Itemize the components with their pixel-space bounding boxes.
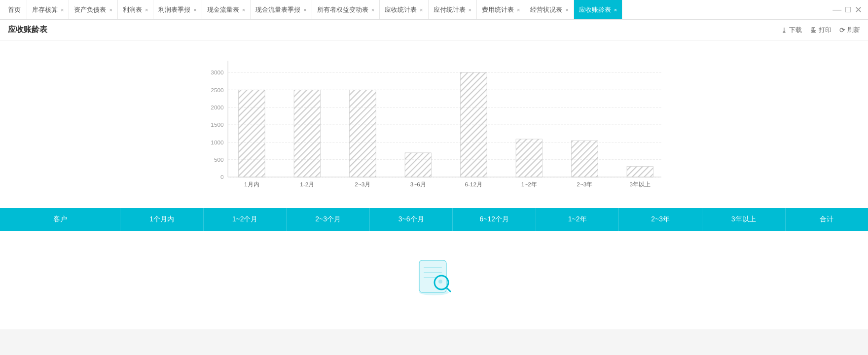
download-button[interactable]: ⤓ 下载: [781, 26, 802, 35]
tab-cashflow-quarterly-label: 现金流量表季报: [255, 5, 300, 14]
tab-inventory-label: 库存核算: [32, 5, 58, 14]
svg-rect-31: [627, 167, 653, 177]
tab-operation[interactable]: 经营状况表 ×: [525, 0, 574, 20]
print-icon: 🖶: [810, 26, 817, 34]
tab-operation-close[interactable]: ×: [565, 7, 568, 13]
main-content: 0 500 1000 1500 2000 2500 3000: [0, 40, 868, 329]
tab-payable-stat-close[interactable]: ×: [469, 7, 471, 13]
download-label: 下载: [789, 26, 802, 35]
svg-text:3~6月: 3~6月: [410, 181, 426, 187]
table-header: 客户 1个月内 1~2个月 2~3个月 3~6个月 6~12个月 1~2年 2~…: [0, 208, 868, 231]
svg-text:3000: 3000: [211, 69, 224, 75]
refresh-button[interactable]: ⟳ 刷新: [839, 26, 860, 35]
svg-line-39: [446, 287, 450, 291]
svg-text:1~2年: 1~2年: [521, 181, 537, 187]
download-icon: ⤓: [781, 26, 787, 34]
page-header: 应收账龄表 ⤓ 下载 🖶 打印 ⟳ 刷新: [0, 20, 868, 40]
refresh-icon: ⟳: [839, 26, 845, 34]
empty-state: [0, 231, 868, 329]
tab-profit-label: 利润表: [123, 5, 142, 14]
bar-chart: 0 500 1000 1500 2000 2500 3000: [20, 50, 848, 198]
minimize-button[interactable]: —: [832, 4, 841, 15]
svg-text:0: 0: [220, 174, 224, 180]
tab-equity-label: 所有者权益变动表: [317, 5, 368, 14]
tab-receivable-stat-close[interactable]: ×: [420, 7, 423, 13]
col-1month: 1个月内: [120, 208, 204, 231]
maximize-button[interactable]: □: [845, 4, 851, 15]
page-title: 应收账龄表: [8, 25, 47, 35]
tab-profit[interactable]: 利润表 ×: [118, 0, 153, 20]
tab-expense-stat-close[interactable]: ×: [517, 7, 520, 13]
tab-aging-label: 应收账龄表: [579, 5, 611, 14]
tab-payable-stat[interactable]: 应付统计表 ×: [429, 0, 477, 20]
tab-receivable-stat-label: 应收统计表: [385, 5, 417, 14]
tab-expense-stat-label: 费用统计表: [482, 5, 514, 14]
header-actions: ⤓ 下载 🖶 打印 ⟳ 刷新: [781, 26, 860, 35]
tab-home-label: 首页: [8, 5, 21, 14]
tab-equity[interactable]: 所有者权益变动表 ×: [312, 0, 380, 20]
empty-state-icon: [409, 250, 459, 300]
svg-text:1-2月: 1-2月: [300, 181, 314, 187]
svg-text:6-12月: 6-12月: [465, 181, 483, 187]
tab-cashflow-quarterly[interactable]: 现金流量表季报 ×: [251, 0, 312, 20]
chart-area: 0 500 1000 1500 2000 2500 3000: [0, 40, 868, 208]
tab-cashflow-close[interactable]: ×: [242, 7, 245, 13]
tab-aging[interactable]: 应收账龄表 ×: [574, 0, 622, 20]
tab-cashflow-label: 现金流量表: [207, 5, 239, 14]
print-label: 打印: [819, 26, 832, 35]
svg-point-40: [438, 280, 442, 284]
print-button[interactable]: 🖶 打印: [810, 26, 832, 35]
tab-inventory-close[interactable]: ×: [61, 7, 64, 13]
svg-rect-29: [572, 141, 598, 177]
svg-text:1月内: 1月内: [244, 181, 259, 187]
svg-text:3年以上: 3年以上: [630, 181, 651, 187]
refresh-label: 刷新: [847, 26, 860, 35]
svg-text:2500: 2500: [211, 87, 224, 93]
col-6-12month: 6~12个月: [453, 208, 536, 231]
svg-rect-21: [350, 90, 376, 177]
tab-operation-label: 经营状况表: [530, 5, 562, 14]
tab-equity-close[interactable]: ×: [371, 7, 374, 13]
tab-payable-stat-label: 应付统计表: [434, 5, 466, 14]
svg-rect-25: [461, 72, 487, 177]
tab-bar: 首页 库存核算 × 资产负债表 × 利润表 × 利润表季报 × 现金流量表 × …: [0, 0, 868, 20]
svg-text:1500: 1500: [211, 121, 224, 128]
tab-cashflow[interactable]: 现金流量表 ×: [202, 0, 251, 20]
col-3-6month: 3~6个月: [370, 208, 453, 231]
tab-balance-sheet-close[interactable]: ×: [109, 7, 112, 13]
svg-text:500: 500: [214, 156, 224, 163]
svg-rect-17: [239, 90, 265, 177]
col-1-2month: 1~2个月: [204, 208, 287, 231]
svg-text:2000: 2000: [211, 104, 224, 110]
col-total: 合计: [786, 208, 868, 231]
tab-profit-quarterly-close[interactable]: ×: [193, 7, 196, 13]
tab-profit-quarterly-label: 利润表季报: [158, 5, 190, 14]
tab-cashflow-quarterly-close[interactable]: ×: [303, 7, 306, 13]
col-2-3month: 2~3个月: [287, 208, 370, 231]
col-3year-plus: 3年以上: [702, 208, 786, 231]
tab-balance-sheet[interactable]: 资产负债表 ×: [69, 0, 117, 20]
svg-text:2~3年: 2~3年: [577, 181, 592, 187]
col-customer: 客户: [0, 208, 120, 231]
svg-text:1000: 1000: [211, 139, 224, 145]
window-close-button[interactable]: ✕: [855, 4, 862, 15]
tab-balance-sheet-label: 资产负债表: [74, 5, 106, 14]
svg-rect-19: [294, 90, 321, 177]
tab-home[interactable]: 首页: [2, 0, 27, 20]
tab-aging-close[interactable]: ×: [614, 7, 617, 13]
tab-expense-stat[interactable]: 费用统计表 ×: [477, 0, 525, 20]
tab-receivable-stat[interactable]: 应收统计表 ×: [380, 0, 428, 20]
tab-bar-actions: — □ ✕: [832, 4, 866, 15]
col-2-3year: 2~3年: [619, 208, 702, 231]
col-1-2year: 1~2年: [536, 208, 619, 231]
svg-rect-27: [516, 139, 542, 177]
tab-inventory[interactable]: 库存核算 ×: [27, 0, 69, 20]
tab-profit-close[interactable]: ×: [145, 7, 148, 13]
tab-profit-quarterly[interactable]: 利润表季报 ×: [153, 0, 202, 20]
chart-container: 0 500 1000 1500 2000 2500 3000: [20, 50, 848, 198]
svg-text:2~3月: 2~3月: [355, 181, 370, 187]
svg-rect-23: [405, 153, 432, 177]
